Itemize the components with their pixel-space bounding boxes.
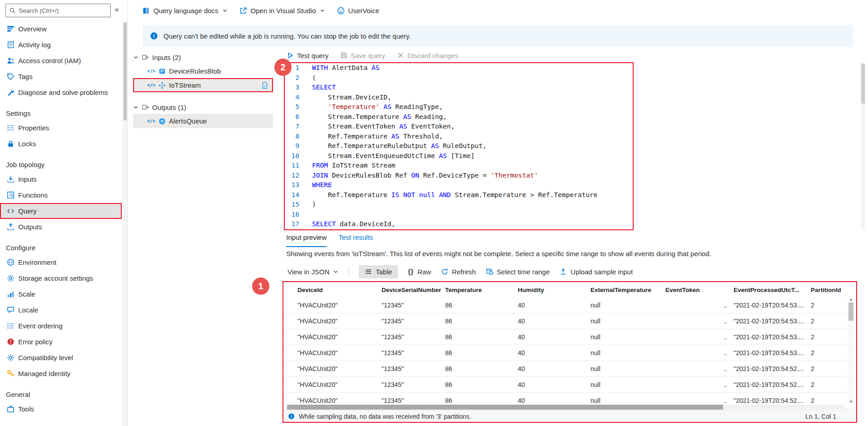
code-line[interactable]: 9 Ref.TemperatureRuleOutput AS RuleOutpu… xyxy=(284,141,868,151)
editor-scrollbar[interactable] xyxy=(861,63,865,230)
vertical-scrollbar-thumb[interactable] xyxy=(848,302,853,321)
output-alertsqueue[interactable]: </> AlertsQueue xyxy=(133,114,273,128)
refresh-button[interactable]: Refresh xyxy=(441,268,476,276)
sidebar-item-diagnose-and-solve-problems[interactable]: Diagnose and solve problems xyxy=(0,84,122,100)
code-text: SELECT data.DeviceId, xyxy=(299,219,395,229)
input-iotstream[interactable]: </> IoTStream xyxy=(133,78,273,92)
functions-icon: fx xyxy=(7,191,15,199)
sidebar-item-properties[interactable]: Properties xyxy=(0,120,122,136)
toolbar-separator xyxy=(348,267,349,277)
sidebar-item-storage-account-settings[interactable]: Storage account settings xyxy=(0,270,122,286)
inputs-group-header[interactable]: Inputs (2) xyxy=(133,50,284,64)
upload-sample-input-button[interactable]: Upload sample input xyxy=(560,268,633,276)
sidebar-collapse-button[interactable]: « xyxy=(115,5,119,14)
sidebar-item-locks[interactable]: Locks xyxy=(0,136,122,152)
table-row[interactable]: "HVACUnit20""12345"8640null.."2021-02-19… xyxy=(283,377,856,393)
scroll-down-arrow[interactable]: ▼ xyxy=(849,400,853,404)
table-horizontal-scrollbar[interactable] xyxy=(287,405,845,410)
editor-scrollbar-thumb[interactable] xyxy=(861,64,865,104)
save-query-button[interactable]: Save query xyxy=(340,52,385,59)
sidebar-scrollbar-thumb[interactable] xyxy=(124,23,127,120)
scroll-up-arrow[interactable]: ▲ xyxy=(849,297,853,302)
cell: "2021-02-19T20:54:53.... xyxy=(734,349,811,357)
code-line[interactable]: 16 xyxy=(284,210,868,220)
sidebar-item-outputs[interactable]: Outputs xyxy=(0,219,122,235)
column-header-externaltemperature[interactable]: ExternalTemperature xyxy=(590,287,665,293)
code-line[interactable]: 7 Stream.EventToken AS EventToken, xyxy=(284,122,868,132)
code-line[interactable]: 1WITH AlertData AS xyxy=(284,63,868,73)
sidebar-item-managed-identity[interactable]: Managed Identity xyxy=(0,366,122,381)
table-row[interactable]: "HVACUnit20""12345"8640null.."2021-02-19… xyxy=(283,329,856,345)
sidebar-item-inputs[interactable]: Inputs xyxy=(0,171,122,187)
sidebar-section-general: General xyxy=(0,381,127,401)
cell: "HVACUnit20" xyxy=(298,333,382,341)
sidebar-scrollbar[interactable] xyxy=(123,21,127,426)
code-line[interactable]: 17SELECT data.DeviceId, xyxy=(284,219,868,229)
code-line[interactable]: 4 Stream.DeviceID, xyxy=(284,93,868,103)
sidebar-item-label: Tags xyxy=(18,73,33,80)
properties-icon xyxy=(7,124,15,132)
table-row[interactable]: "HVACUnit20""12345"8640null.."2021-02-19… xyxy=(283,345,856,361)
input-devicerulesblob[interactable]: </> DeviceRulesBlob xyxy=(133,64,273,78)
sidebar-item-label: Properties xyxy=(18,124,49,132)
sidebar-item-scale[interactable]: Scale xyxy=(0,286,122,302)
code-line[interactable]: 3SELECT xyxy=(284,83,868,93)
sidebar-item-overview[interactable]: Overview xyxy=(0,21,122,37)
column-header-eventprocessedutct[interactable]: EventProcessedUtcT... xyxy=(734,287,811,293)
sidebar-section-settings: Settings xyxy=(0,100,127,120)
code-line[interactable]: 5 'Temperature' AS ReadingType, xyxy=(284,102,868,112)
code-line[interactable]: 6 Stream.Temperature AS Reading, xyxy=(284,112,868,122)
uservoice-button[interactable]: UserVoice xyxy=(337,7,379,15)
table-row[interactable]: "HVACUnit20""12345"8640null.."2021-02-19… xyxy=(283,297,856,313)
column-header-deviceserialnumber[interactable]: DeviceSerialNumber xyxy=(382,287,445,293)
query-editor[interactable]: 1WITH AlertData AS2(3SELECT4 Stream.Devi… xyxy=(284,63,868,230)
horizontal-scrollbar-thumb[interactable] xyxy=(287,405,723,410)
table-row[interactable]: "HVACUnit20""12345"8640null.."2021-02-19… xyxy=(283,313,856,329)
outputs-group-header[interactable]: Outputs (1) xyxy=(133,100,284,114)
column-header-eventtoken[interactable]: EventToken xyxy=(665,287,734,293)
cursor-position: Ln 1, Col 1 xyxy=(805,413,836,420)
cell: "HVACUnit20" xyxy=(298,349,382,357)
column-header-temperature[interactable]: Temperature xyxy=(445,287,518,293)
column-header-humidity[interactable]: Humidity xyxy=(518,287,590,293)
select-time-range-button[interactable]: Select time range xyxy=(486,268,550,276)
column-header-partitionid[interactable]: PartitionId xyxy=(811,287,856,293)
sidebar-item-locale[interactable]: Locale xyxy=(0,302,122,318)
sidebar-item-access-control-iam[interactable]: Access control (IAM) xyxy=(0,53,122,69)
code-line[interactable]: 12JOIN DeviceRulesBlob Ref ON Ref.Device… xyxy=(284,171,868,181)
column-header-deviceid[interactable]: DeviceId xyxy=(298,287,382,293)
code-line[interactable]: 10 Stream.EventEnqueuedUtcTime AS [Time] xyxy=(284,151,868,161)
sidebar-item-query[interactable]: Query xyxy=(0,203,122,219)
sidebar-item-label: Managed Identity xyxy=(18,370,70,377)
table-row[interactable]: "HVACUnit20""12345"8640null.."2021-02-19… xyxy=(283,361,856,377)
code-line[interactable]: 8 Ref.Temperature AS Threshold, xyxy=(284,132,868,142)
table-view-button[interactable]: Table xyxy=(359,265,398,278)
code-line[interactable]: 15) xyxy=(284,200,868,210)
sidebar-item-functions[interactable]: fxFunctions xyxy=(0,187,122,203)
sidebar-item-error-policy[interactable]: Error policy xyxy=(0,334,122,350)
tab-test-results[interactable]: Test results xyxy=(338,233,373,247)
raw-view-button[interactable]: {} Raw xyxy=(408,268,431,276)
sidebar-item-compatibility-level[interactable]: Compatibility level xyxy=(0,350,122,366)
sidebar-item-label: Storage account settings xyxy=(18,274,93,282)
sidebar-item-environment[interactable]: Environment xyxy=(0,254,122,270)
sidebar-item-activity-log[interactable]: Activity log xyxy=(0,37,122,53)
test-query-button[interactable]: Test query xyxy=(287,52,328,59)
code-line[interactable]: 2( xyxy=(284,73,868,83)
uservoice-smiley-icon xyxy=(337,7,345,15)
tab-input-preview[interactable]: Input preview xyxy=(286,233,327,247)
code-line[interactable]: 13WHERE xyxy=(284,180,868,190)
query-language-docs-button[interactable]: Query language docs xyxy=(142,7,228,15)
open-in-visual-studio-button[interactable]: Open in Visual Studio xyxy=(239,7,325,15)
table-vertical-scrollbar[interactable]: ▲ ▼ xyxy=(848,297,854,404)
external-link-icon xyxy=(239,7,247,15)
view-in-json-dropdown[interactable]: View in JSON xyxy=(288,268,338,276)
sidebar-item-event-ordering[interactable]: Event ordering xyxy=(0,318,122,334)
discard-changes-button[interactable]: Discard changes xyxy=(397,52,458,59)
code-line[interactable]: 11FROM IoTStream Stream xyxy=(284,161,868,171)
sidebar-item-tags[interactable]: Tags xyxy=(0,69,122,84)
sidebar-item-tools[interactable]: Tools xyxy=(0,401,122,417)
search-input[interactable] xyxy=(5,4,111,17)
document-icon[interactable] xyxy=(261,82,268,89)
code-line[interactable]: 14 Ref.Temperature IS NOT null AND Strea… xyxy=(284,190,868,200)
